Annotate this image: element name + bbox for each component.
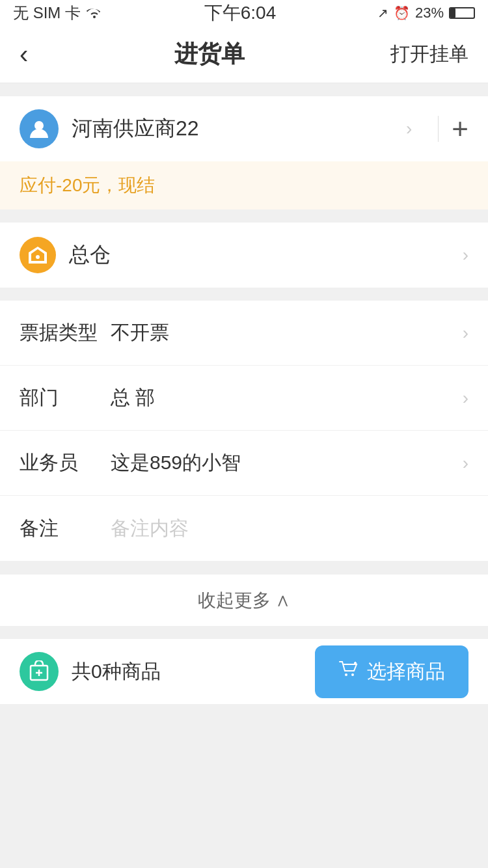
back-button[interactable]: ‹: [20, 40, 28, 69]
select-product-label: 选择商品: [367, 658, 445, 685]
warehouse-arrow-icon: ›: [463, 245, 468, 265]
select-product-button[interactable]: 选择商品: [315, 645, 468, 698]
supplier-name: 河南供应商22: [72, 115, 406, 143]
status-right: ↗ ⏰ 23%: [377, 5, 475, 21]
salesperson-row[interactable]: 业务员 这是859的小智 ›: [0, 431, 488, 496]
product-icon: [20, 652, 59, 691]
collapse-row[interactable]: 收起更多 ∧: [0, 574, 488, 626]
status-time: 下午6:04: [204, 1, 277, 25]
wifi-icon: [86, 4, 103, 22]
invoice-value: 不开票: [111, 319, 463, 346]
supplier-avatar: [20, 109, 59, 148]
svg-point-5: [351, 673, 354, 676]
nav-bar: ‹ 进货单 打开挂单: [0, 26, 488, 83]
remark-placeholder: 备注内容: [111, 515, 468, 542]
battery-text: 23%: [415, 5, 444, 21]
invoice-arrow-icon: ›: [463, 323, 468, 344]
battery-icon: [449, 7, 475, 19]
salesperson-value: 这是859的小智: [111, 450, 463, 476]
supplier-row[interactable]: 河南供应商22 › +: [0, 96, 488, 161]
department-label: 部门: [20, 385, 98, 411]
svg-point-0: [34, 121, 44, 130]
status-bar: 无 SIM 卡 下午6:04 ↗ ⏰ 23%: [0, 0, 488, 26]
department-value: 总 部: [111, 385, 463, 411]
gap-1: [0, 83, 488, 96]
divider: [438, 116, 439, 142]
department-row[interactable]: 部门 总 部 ›: [0, 366, 488, 431]
remark-label: 备注: [20, 515, 98, 542]
warehouse-icon: [20, 237, 56, 273]
invoice-row[interactable]: 票据类型 不开票 ›: [0, 301, 488, 366]
alarm-icon: ⏰: [394, 5, 410, 21]
invoice-label: 票据类型: [20, 319, 98, 346]
product-count: 共0种商品: [72, 658, 315, 685]
remark-row[interactable]: 备注 备注内容: [0, 496, 488, 561]
status-left: 无 SIM 卡: [13, 3, 103, 23]
page-background: [0, 704, 488, 868]
department-arrow-icon: ›: [463, 388, 468, 409]
svg-point-4: [345, 673, 347, 676]
notice-text: 应付-20元，现结: [20, 175, 155, 195]
salesperson-arrow-icon: ›: [463, 453, 468, 474]
warehouse-row[interactable]: 总仓 ›: [0, 223, 488, 288]
page-title: 进货单: [174, 38, 245, 70]
location-icon: ↗: [377, 5, 388, 21]
carrier-text: 无 SIM 卡: [13, 3, 81, 23]
supplier-arrow-icon: ›: [406, 118, 412, 139]
warehouse-name: 总仓: [69, 241, 463, 269]
add-supplier-button[interactable]: +: [452, 115, 468, 143]
salesperson-label: 业务员: [20, 450, 98, 476]
notice-bar: 应付-20元，现结: [0, 161, 488, 210]
collapse-label: 收起更多 ∧: [198, 588, 291, 613]
select-product-icon: [338, 660, 359, 683]
bottom-bar: 共0种商品 选择商品: [0, 639, 488, 704]
form-section: 票据类型 不开票 › 部门 总 部 › 业务员 这是859的小智 › 备注 备注…: [0, 301, 488, 561]
open-pending-button[interactable]: 打开挂单: [390, 41, 468, 68]
